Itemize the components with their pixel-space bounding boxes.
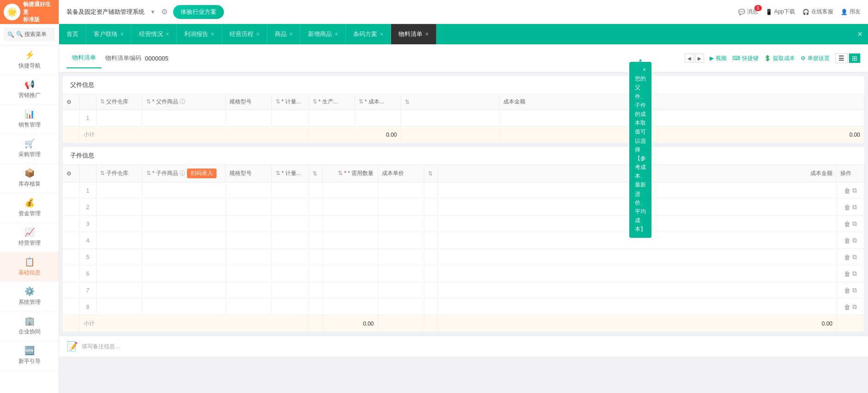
child-row2-unit-cost[interactable]: [378, 199, 424, 216]
child-row4-quantity[interactable]: [322, 232, 378, 249]
child-row3-spec[interactable]: [225, 216, 271, 232]
child-row3-product[interactable]: [142, 216, 225, 232]
child-row3-quantity[interactable]: [322, 216, 378, 232]
child-row5-unit-cost[interactable]: [378, 249, 424, 266]
child-row8-warehouse[interactable]: [96, 299, 142, 315]
child-row2-warehouse[interactable]: [96, 199, 142, 216]
child-row2-quantity[interactable]: [322, 199, 378, 216]
child-row2-product[interactable]: [142, 199, 225, 216]
close-barcode-tab[interactable]: ×: [380, 31, 383, 37]
message-button[interactable]: 💬 消息 6: [738, 8, 758, 16]
delete-row5-button[interactable]: 🗑: [844, 254, 850, 261]
child-row7-product[interactable]: [142, 282, 225, 299]
online-service-button[interactable]: 🎧 在线客服: [802, 8, 833, 16]
delete-row2-button[interactable]: 🗑: [844, 204, 850, 211]
child-row3-unit[interactable]: [271, 216, 308, 232]
child-row3-warehouse[interactable]: [96, 216, 142, 232]
child-row1-quantity[interactable]: [322, 182, 378, 199]
child-row6-product[interactable]: [142, 266, 225, 282]
child-row8-unit-cost[interactable]: [378, 299, 424, 315]
tab-home[interactable]: 首页: [59, 24, 86, 44]
delete-row7-button[interactable]: 🗑: [844, 287, 850, 294]
child-col-settings[interactable]: ⚙: [63, 165, 79, 182]
child-row4-unit[interactable]: [271, 232, 308, 249]
tab-profit[interactable]: 利润报告 ×: [177, 24, 222, 44]
child-row1-warehouse[interactable]: [96, 182, 142, 199]
user-button[interactable]: 👤 用友: [841, 8, 861, 16]
child-row6-spec[interactable]: [225, 266, 271, 282]
child-row8-product[interactable]: [142, 299, 225, 315]
tab-operation-status[interactable]: 经营情况 ×: [132, 24, 177, 44]
delete-row3-button[interactable]: 🗑: [844, 220, 850, 228]
sidebar-item-guide[interactable]: 🆕 新手引导: [0, 341, 59, 370]
child-row5-unit[interactable]: [271, 249, 308, 266]
scan-input-button[interactable]: 扫码录入: [187, 169, 217, 178]
close-new-goods-tab[interactable]: ×: [335, 31, 338, 37]
sidebar-item-sales[interactable]: 📊 销售管理: [0, 104, 59, 134]
child-row7-spec[interactable]: [225, 282, 271, 299]
child-row6-warehouse[interactable]: [96, 266, 142, 282]
child-row5-quantity[interactable]: [322, 249, 378, 266]
doc-settings-button[interactable]: ⚙ 单据设置: [801, 54, 830, 62]
settings-icon[interactable]: ⚙: [161, 7, 168, 16]
sidebar-item-system[interactable]: ⚙️ 系统管理: [0, 282, 59, 311]
remarks-placeholder[interactable]: 填写备注信息...: [82, 343, 120, 351]
child-row4-product[interactable]: [142, 232, 225, 249]
trial-button[interactable]: 体验行业方案: [173, 5, 224, 19]
child-row8-quantity[interactable]: [322, 299, 378, 315]
child-row8-unit[interactable]: [271, 299, 308, 315]
copy-row1-button[interactable]: ⧉: [852, 187, 857, 194]
parent-row-unit[interactable]: [271, 110, 308, 127]
child-row8-spec[interactable]: [225, 299, 271, 315]
child-row3-unit-cost[interactable]: [378, 216, 424, 232]
list-view-button[interactable]: ☰: [835, 53, 848, 63]
page-tab-bom-list[interactable]: 物料清单: [66, 48, 102, 68]
tab-goods[interactable]: 商品 ×: [267, 24, 301, 44]
child-row7-unit[interactable]: [271, 282, 308, 299]
tooltip-close-button[interactable]: ×: [643, 66, 646, 74]
grid-view-button[interactable]: ⊞: [849, 53, 861, 63]
copy-row4-button[interactable]: ⧉: [852, 236, 857, 244]
sidebar-item-enterprise[interactable]: 🏢 企业协同: [0, 311, 59, 341]
sidebar-item-quick-nav[interactable]: ⚡ 快捷导航: [0, 45, 59, 75]
sidebar-item-marketing[interactable]: 📢 营销推广: [0, 75, 59, 104]
sidebar-item-finance[interactable]: 💰 资金管理: [0, 193, 59, 223]
sidebar-item-basic-info[interactable]: 📋 基础信息: [0, 252, 59, 282]
child-row1-spec[interactable]: [225, 182, 271, 199]
video-button[interactable]: ▶ 视频: [710, 54, 727, 62]
child-row4-spec[interactable]: [225, 232, 271, 249]
tab-new-goods[interactable]: 新增商品 ×: [301, 24, 346, 44]
delete-row6-button[interactable]: 🗑: [844, 270, 850, 278]
child-row5-warehouse[interactable]: [96, 249, 142, 266]
parent-row-product[interactable]: [142, 110, 225, 127]
copy-row3-button[interactable]: ⧉: [852, 220, 857, 228]
child-row6-unit-cost[interactable]: [378, 266, 424, 282]
child-row2-unit[interactable]: [271, 199, 308, 216]
child-row2-spec[interactable]: [225, 199, 271, 216]
close-operation-status-tab[interactable]: ×: [166, 31, 169, 37]
next-record-button[interactable]: ▶: [695, 54, 704, 63]
child-row7-warehouse[interactable]: [96, 282, 142, 299]
delete-row8-button[interactable]: 🗑: [844, 303, 850, 311]
shortcut-button[interactable]: ⌨ 快捷键: [732, 54, 759, 62]
child-row1-unit[interactable]: [271, 182, 308, 199]
delete-row4-button[interactable]: 🗑: [844, 237, 850, 244]
child-row4-unit-cost[interactable]: [378, 232, 424, 249]
child-row5-spec[interactable]: [225, 249, 271, 266]
delete-row1-button[interactable]: 🗑: [844, 187, 850, 194]
parent-row-cost[interactable]: [355, 110, 401, 127]
parent-row-spec[interactable]: [225, 110, 271, 127]
child-row7-unit-cost[interactable]: [378, 282, 424, 299]
copy-row6-button[interactable]: ⧉: [852, 270, 857, 278]
sidebar-item-purchase[interactable]: 🛒 采购管理: [0, 134, 59, 163]
tab-barcode[interactable]: 条码方案 ×: [346, 24, 391, 44]
child-row7-quantity[interactable]: [322, 282, 378, 299]
copy-row7-button[interactable]: ⧉: [852, 286, 857, 294]
child-row4-warehouse[interactable]: [96, 232, 142, 249]
parent-col-settings[interactable]: ⚙: [63, 94, 79, 110]
prev-record-button[interactable]: ◀: [685, 54, 694, 63]
copy-row8-button[interactable]: ⧉: [852, 303, 857, 311]
child-row1-unit-cost[interactable]: [378, 182, 424, 199]
tab-customer[interactable]: 客户联络 ×: [86, 24, 132, 44]
copy-row5-button[interactable]: ⧉: [852, 253, 857, 261]
